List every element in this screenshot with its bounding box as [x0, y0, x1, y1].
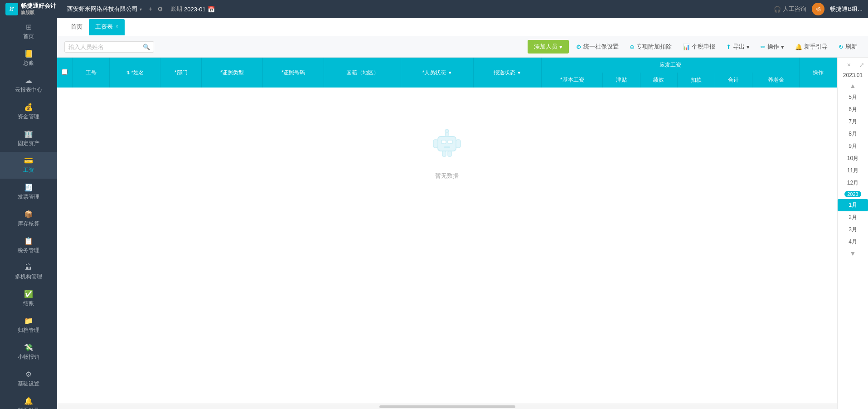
sidebar-item-ledger[interactable]: 📒 总账	[0, 45, 57, 72]
pension-sub-header: 养老金	[752, 73, 800, 88]
logo-text-group: 畅捷通好会计 旗舰版	[21, 2, 56, 16]
tab-home[interactable]: 首页	[64, 19, 89, 35]
sidebar-item-label: 归档管理	[18, 326, 39, 334]
month-5[interactable]: 5月	[838, 91, 868, 103]
add-company-button[interactable]: ＋	[147, 5, 154, 13]
checkbox-header[interactable]	[57, 58, 73, 88]
svg-rect-8	[442, 151, 446, 156]
user-name: 畅捷通B组...	[830, 5, 863, 13]
sidebar-item-guide[interactable]: 🔔 新手引导	[0, 392, 57, 409]
tax-label: 个税申报	[692, 43, 715, 51]
operate-arrow: ▾	[781, 44, 784, 50]
scroll-down-icon[interactable]: ▼	[850, 248, 856, 259]
nation-header: 国籍（地区）	[324, 58, 401, 88]
settings-button[interactable]: ⚙	[157, 5, 163, 13]
select-all-checkbox[interactable]	[62, 69, 68, 75]
service-button[interactable]: 🎧 人工咨询	[774, 5, 806, 13]
month-6[interactable]: 6月	[838, 103, 868, 116]
close-panel-button[interactable]: ×	[844, 59, 854, 70]
right-date-panel: × ⤢ 2023.01 ▲ 5月 6月 7月 8月 9月 10月 11月 12月…	[837, 58, 868, 409]
operate-icon: ✏	[761, 44, 766, 50]
month-10[interactable]: 10月	[838, 152, 868, 165]
sidebar-item-cloud-report[interactable]: ☁ 云报表中心	[0, 72, 57, 98]
sort-icon[interactable]: ⇅	[126, 70, 130, 75]
settle-icon: ✅	[24, 290, 33, 298]
sidebar-item-salary[interactable]: 💳 工资	[0, 152, 57, 179]
month-1[interactable]: 1月	[838, 199, 868, 211]
cloud-icon: ☁	[25, 76, 32, 85]
status-filter-icon[interactable]: ▼	[448, 70, 452, 75]
headset-icon: 🎧	[774, 6, 781, 13]
main-area: ⊞ 首页 📒 总账 ☁ 云报表中心 💰 资金管理 🏢 固定资产 💳 工资	[0, 18, 868, 409]
report-filter-icon[interactable]: ▼	[517, 70, 521, 75]
avatar: 畅	[812, 3, 824, 15]
sidebar-item-expense[interactable]: 💸 小畅报销	[0, 339, 57, 365]
top-right-area: 🎧 人工咨询 畅 畅捷通B组...	[774, 3, 863, 15]
sidebar-item-settings[interactable]: ⚙ 基础设置	[0, 365, 57, 392]
salary-group-header: 应发工资	[542, 58, 800, 73]
sidebar-item-label: 工资	[23, 166, 34, 174]
deduct-icon: ⊕	[630, 44, 635, 50]
search-box: 🔍	[64, 41, 154, 53]
empty-icon	[429, 124, 465, 166]
deduct-label: 专项附加扣除	[636, 43, 672, 51]
company-selector[interactable]: 西安虾米网络科技有限公司 ▾	[67, 5, 142, 13]
content-area: 首页 工资表 × 🔍 添加人员 ▾ ⚙	[57, 18, 868, 409]
allowance-sub-header: 津贴	[603, 73, 640, 88]
tab-salary-table[interactable]: 工资表 ×	[89, 19, 125, 35]
sidebar-item-label: 资金管理	[18, 113, 39, 121]
id-type-header: *证照类型	[202, 58, 263, 88]
calendar-icon[interactable]: 📅	[208, 6, 215, 13]
month-9[interactable]: 9月	[838, 140, 868, 152]
month-4[interactable]: 4月	[838, 236, 868, 248]
sidebar-item-inventory[interactable]: 📦 库存核算	[0, 205, 57, 232]
month-11[interactable]: 11月	[838, 165, 868, 177]
guide-button[interactable]: 🔔 新手引导	[791, 41, 831, 53]
sidebar-item-home[interactable]: ⊞ 首页	[0, 18, 57, 45]
robot-svg	[429, 124, 465, 160]
add-person-label: 添加人员	[534, 43, 558, 51]
operate-button[interactable]: ✏ 操作 ▾	[757, 41, 788, 53]
sidebar-item-archive[interactable]: 📁 归档管理	[0, 312, 57, 339]
sidebar-item-fixed-assets[interactable]: 🏢 固定资产	[0, 125, 57, 152]
empty-state: 暂无数据	[57, 88, 837, 216]
scroll-up-icon[interactable]: ▲	[850, 80, 856, 91]
month-2[interactable]: 2月	[838, 211, 868, 224]
app-edition: 旗舰版	[21, 10, 56, 16]
add-person-button[interactable]: 添加人员 ▾	[528, 40, 569, 54]
app-container: 好 畅捷通好会计 旗舰版 西安虾米网络科技有限公司 ▾ ＋ ⚙ 账期 2023-…	[0, 0, 868, 409]
social-settings-button[interactable]: ⚙ 统一社保设置	[572, 41, 622, 53]
operate-header: 操作	[800, 58, 837, 88]
guide-icon: 🔔	[24, 397, 33, 405]
special-deduct-button[interactable]: ⊕ 专项附加扣除	[626, 41, 675, 53]
sidebar-item-label: 税务管理	[18, 247, 39, 254]
tab-close-icon[interactable]: ×	[116, 24, 118, 29]
horizontal-scrollbar[interactable]	[57, 404, 837, 409]
sidebar-item-label: 新手引导	[18, 407, 39, 409]
refresh-button[interactable]: ↻ 刷新	[835, 41, 861, 53]
sidebar-item-multi-org[interactable]: 🏛 多机构管理	[0, 259, 57, 285]
operate-label: 操作	[767, 43, 779, 51]
month-12[interactable]: 12月	[838, 177, 868, 189]
empty-state-row: 暂无数据	[57, 88, 837, 216]
month-3[interactable]: 3月	[838, 224, 868, 236]
sidebar-item-tax[interactable]: 📋 税务管理	[0, 232, 57, 259]
sidebar-item-invoice[interactable]: 🧾 发票管理	[0, 179, 57, 205]
sidebar-item-fund[interactable]: 💰 资金管理	[0, 98, 57, 125]
id-no-header: *证照号码	[263, 58, 324, 88]
refresh-icon: ↻	[839, 44, 844, 50]
tabs-bar: 首页 工资表 ×	[57, 18, 868, 36]
sidebar-item-settle[interactable]: ✅ 结账	[0, 285, 57, 312]
salary-table: 工号 ⇅ *姓名 *部门 *证照类型 *证照号码 国籍（地区） *人员状态 ▼	[57, 58, 837, 216]
avatar-text: 畅	[816, 6, 821, 13]
month-8[interactable]: 8月	[838, 128, 868, 140]
expand-panel-button[interactable]: ⤢	[855, 59, 868, 70]
tax-report-button[interactable]: 📊 个税申报	[679, 41, 719, 53]
month-7[interactable]: 7月	[838, 116, 868, 128]
search-icon[interactable]: 🔍	[143, 44, 150, 50]
sidebar-item-label: 库存核算	[18, 220, 39, 228]
scrollbar-thumb[interactable]	[379, 405, 515, 408]
export-button[interactable]: ⬆ 导出 ▾	[723, 41, 753, 53]
search-input[interactable]	[68, 44, 141, 50]
period-label: 账期	[170, 5, 182, 13]
